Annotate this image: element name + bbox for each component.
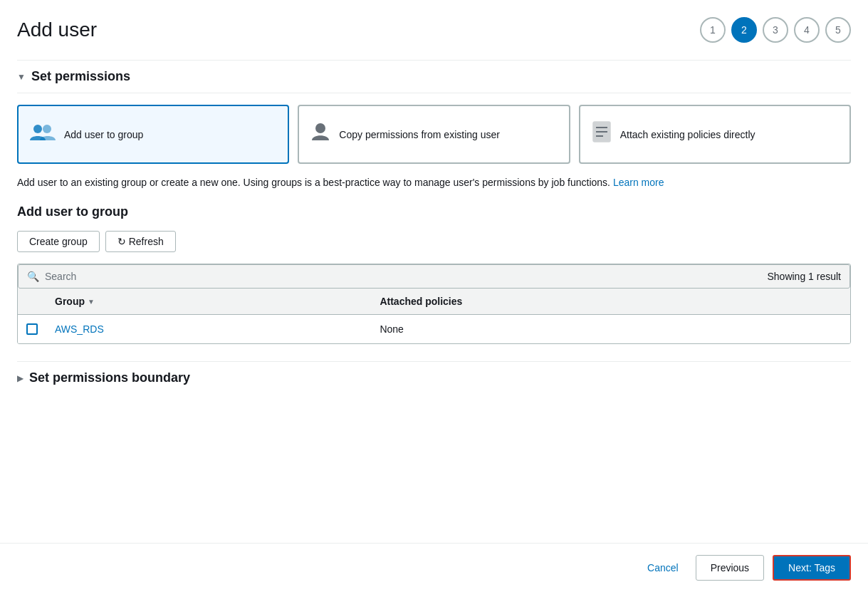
step-1[interactable]: 1 — [700, 17, 726, 43]
sort-icon: ▼ — [88, 298, 95, 306]
add-user-to-group-card[interactable]: Add user to group — [17, 105, 289, 164]
actions-row: Create group ↻Refresh — [17, 231, 851, 252]
single-user-icon — [310, 122, 330, 147]
previous-button[interactable]: Previous — [696, 555, 764, 581]
add-user-to-group-title: Add user to group — [17, 204, 851, 219]
group-link[interactable]: AWS_RDS — [55, 323, 104, 335]
search-icon: 🔍 — [27, 271, 39, 282]
step-2[interactable]: 2 — [731, 17, 757, 43]
search-bar: 🔍 Showing 1 result — [18, 264, 850, 289]
info-text: Add user to an existing group or create … — [17, 175, 851, 190]
header-check-col — [18, 294, 46, 308]
page-header: Add user 1 2 3 4 5 — [17, 17, 851, 43]
refresh-button[interactable]: ↻Refresh — [105, 231, 176, 252]
policies-column-header: Attached policies — [371, 289, 850, 314]
refresh-icon: ↻ — [117, 236, 126, 247]
policies-cell: None — [371, 315, 850, 343]
step-navigation: 1 2 3 4 5 — [700, 17, 851, 43]
copy-permissions-card[interactable]: Copy permissions from existing user — [298, 105, 570, 164]
svg-point-0 — [33, 125, 42, 133]
svg-point-2 — [315, 123, 325, 133]
chevron-right-icon: ▶ — [17, 373, 23, 383]
step-4[interactable]: 4 — [794, 17, 820, 43]
page-title: Add user — [17, 19, 97, 41]
set-permissions-boundary-title: Set permissions boundary — [29, 370, 190, 385]
set-permissions-boundary-header[interactable]: ▶ Set permissions boundary — [17, 361, 851, 394]
cancel-button[interactable]: Cancel — [639, 555, 687, 581]
step-3[interactable]: 3 — [763, 17, 788, 43]
document-icon — [592, 120, 612, 148]
row-checkbox[interactable] — [26, 323, 38, 335]
showing-result-text: Showing 1 result — [767, 271, 841, 282]
step-5[interactable]: 5 — [825, 17, 851, 43]
group-column-header[interactable]: Group ▼ — [46, 289, 371, 314]
permission-options: Add user to group Copy permissions from … — [17, 105, 851, 164]
learn-more-link[interactable]: Learn more — [613, 177, 664, 188]
row-checkbox-col[interactable] — [18, 315, 46, 343]
copy-permissions-label: Copy permissions from existing user — [339, 129, 500, 140]
group-table-wrapper: 🔍 Showing 1 result Group ▼ Attached poli… — [17, 264, 851, 344]
search-input[interactable] — [45, 271, 258, 282]
table-header-row: Group ▼ Attached policies — [18, 289, 850, 315]
group-cell[interactable]: AWS_RDS — [46, 315, 371, 343]
table-row: AWS_RDS None — [18, 315, 850, 343]
group-users-icon — [30, 122, 56, 147]
create-group-button[interactable]: Create group — [17, 231, 100, 252]
set-permissions-title: Set permissions — [31, 69, 130, 84]
set-permissions-section-header[interactable]: ▼ Set permissions — [17, 60, 851, 93]
add-user-to-group-label: Add user to group — [64, 129, 143, 140]
chevron-down-icon: ▼ — [17, 72, 26, 82]
footer-actions: Cancel Previous Next: Tags — [0, 543, 868, 592]
next-button[interactable]: Next: Tags — [773, 555, 851, 581]
svg-point-1 — [43, 125, 51, 133]
attach-policies-card[interactable]: Attach existing policies directly — [579, 105, 851, 164]
attach-policies-label: Attach existing policies directly — [620, 129, 755, 140]
